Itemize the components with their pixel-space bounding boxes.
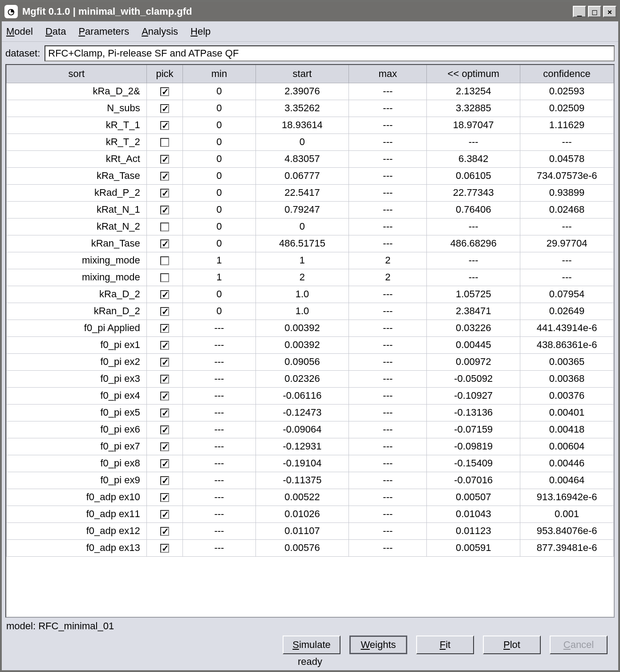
cell-min[interactable]: --- [183, 472, 255, 489]
pick-checkbox[interactable] [160, 341, 169, 350]
cell-max[interactable]: --- [349, 539, 427, 556]
column-header-pick[interactable]: pick [146, 65, 183, 83]
cell-start[interactable]: 486.51715 [255, 235, 349, 252]
pick-checkbox[interactable] [160, 87, 169, 96]
cell-max[interactable]: --- [349, 387, 427, 404]
pick-checkbox[interactable] [160, 358, 169, 367]
cell-min[interactable]: --- [183, 353, 255, 370]
cell-min[interactable]: 0 [183, 167, 255, 184]
cell-start[interactable]: -0.09064 [255, 421, 349, 438]
cell-max[interactable]: --- [349, 150, 427, 167]
pick-checkbox[interactable] [160, 409, 169, 417]
cell-start[interactable]: -0.06116 [255, 387, 349, 404]
cell-max[interactable]: --- [349, 218, 427, 235]
column-header-max[interactable]: max [349, 65, 427, 83]
cell-start[interactable]: 0.02326 [255, 370, 349, 387]
menu-model[interactable]: Model [6, 26, 33, 37]
cell-start[interactable]: 0.00522 [255, 489, 349, 506]
cell-max[interactable]: --- [349, 489, 427, 506]
pick-checkbox[interactable] [160, 104, 169, 113]
maximize-button[interactable]: □ [588, 6, 601, 17]
pick-checkbox[interactable] [160, 256, 169, 265]
pick-checkbox[interactable] [160, 459, 169, 468]
cell-max[interactable]: --- [349, 117, 427, 134]
cell-start[interactable]: 1.0 [255, 303, 349, 320]
cell-start[interactable]: -0.12473 [255, 404, 349, 421]
cell-max[interactable]: --- [349, 455, 427, 472]
cell-max[interactable]: --- [349, 83, 427, 100]
pick-checkbox[interactable] [160, 375, 169, 384]
pick-checkbox[interactable] [160, 290, 169, 299]
pick-checkbox[interactable] [160, 392, 169, 401]
pick-checkbox[interactable] [160, 527, 169, 536]
cell-min[interactable]: 0 [183, 303, 255, 320]
pick-checkbox[interactable] [160, 510, 169, 519]
plot-button[interactable]: Plot [483, 636, 541, 654]
column-header-sort[interactable]: sort [7, 65, 147, 83]
simulate-button[interactable]: Simulate [283, 636, 340, 654]
cell-start[interactable]: -0.19104 [255, 455, 349, 472]
dataset-input[interactable] [45, 45, 615, 61]
cell-min[interactable]: 0 [183, 184, 255, 201]
cell-min[interactable]: --- [183, 387, 255, 404]
cell-min[interactable]: --- [183, 438, 255, 455]
cell-max[interactable]: --- [349, 438, 427, 455]
column-header-start[interactable]: start [255, 65, 349, 83]
cell-min[interactable]: 0 [183, 117, 255, 134]
cell-min[interactable]: --- [183, 404, 255, 421]
cell-start[interactable]: 0.06777 [255, 167, 349, 184]
pick-checkbox[interactable] [160, 155, 169, 164]
cell-start[interactable]: 0.09056 [255, 353, 349, 370]
cell-max[interactable]: --- [349, 506, 427, 522]
cell-max[interactable]: --- [349, 303, 427, 320]
pick-checkbox[interactable] [160, 544, 169, 553]
pick-checkbox[interactable] [160, 273, 169, 282]
cell-start[interactable]: 1 [255, 252, 349, 269]
cell-min[interactable]: --- [183, 522, 255, 539]
cell-min[interactable]: --- [183, 320, 255, 336]
cell-max[interactable]: --- [349, 421, 427, 438]
cell-start[interactable]: 0 [255, 218, 349, 235]
cell-min[interactable]: --- [183, 421, 255, 438]
cell-min[interactable]: 0 [183, 218, 255, 235]
cell-max[interactable]: --- [349, 286, 427, 303]
menu-help[interactable]: Help [190, 26, 211, 37]
cell-max[interactable]: --- [349, 134, 427, 150]
cell-start[interactable]: 2.39076 [255, 83, 349, 100]
cell-start[interactable]: 0 [255, 134, 349, 150]
cell-min[interactable]: 0 [183, 235, 255, 252]
weights-button[interactable]: Weights [349, 636, 407, 654]
cell-min[interactable]: --- [183, 489, 255, 506]
cell-min[interactable]: --- [183, 336, 255, 353]
cell-start[interactable]: 2 [255, 269, 349, 286]
close-button[interactable]: × [603, 6, 616, 17]
pick-checkbox[interactable] [160, 223, 169, 231]
column-header-confidence[interactable]: confidence [520, 65, 614, 83]
pick-checkbox[interactable] [160, 138, 169, 147]
cell-max[interactable]: --- [349, 167, 427, 184]
pick-checkbox[interactable] [160, 189, 169, 198]
cell-start[interactable]: 0.79247 [255, 201, 349, 218]
pick-checkbox[interactable] [160, 172, 169, 181]
cell-start[interactable]: 1.0 [255, 286, 349, 303]
cell-start[interactable]: 0.00392 [255, 336, 349, 353]
cell-max[interactable]: --- [349, 201, 427, 218]
cell-min[interactable]: --- [183, 506, 255, 522]
cell-start[interactable]: 3.35262 [255, 100, 349, 117]
cell-max[interactable]: --- [349, 353, 427, 370]
cell-min[interactable]: 1 [183, 269, 255, 286]
cell-min[interactable]: 0 [183, 83, 255, 100]
menu-analysis[interactable]: Analysis [142, 26, 178, 37]
cell-min[interactable]: --- [183, 539, 255, 556]
cell-start[interactable]: 22.5417 [255, 184, 349, 201]
pick-checkbox[interactable] [160, 324, 169, 333]
fit-button[interactable]: Fit [416, 636, 474, 654]
cell-max[interactable]: --- [349, 320, 427, 336]
cell-min[interactable]: 0 [183, 286, 255, 303]
cell-max[interactable]: --- [349, 472, 427, 489]
cell-min[interactable]: 0 [183, 134, 255, 150]
pick-checkbox[interactable] [160, 307, 169, 316]
cell-start[interactable]: 0.00576 [255, 539, 349, 556]
cell-max[interactable]: 2 [349, 269, 427, 286]
pick-checkbox[interactable] [160, 442, 169, 451]
